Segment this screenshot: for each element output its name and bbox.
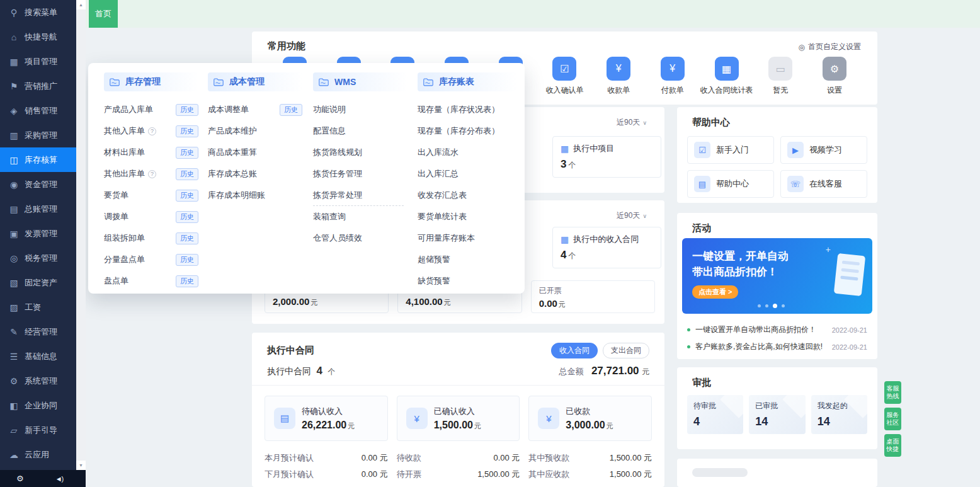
menu-item-label[interactable]: 产品成本维护	[208, 125, 257, 137]
quick-function-icon[interactable]: ▭	[768, 57, 792, 81]
menu-item[interactable]: 其他出库单? 历史	[104, 163, 198, 185]
menu-item-label[interactable]: 拣货任务管理	[313, 168, 362, 180]
help-center-item[interactable]: ☑ 新手入门	[687, 136, 774, 164]
menu-item-label[interactable]: 出入库汇总	[418, 168, 459, 180]
menu-item-label[interactable]: 分量盘点单	[104, 254, 145, 265]
menu-item-label[interactable]: 现存量（库存状况表）	[418, 104, 499, 115]
menu-item-label[interactable]: 装箱查询	[313, 211, 346, 222]
menu-item-label[interactable]: 仓管人员绩效	[313, 232, 362, 244]
menu-item[interactable]: 调拨单? 历史	[104, 206, 198, 227]
menu-item[interactable]: 出入库流水? 历史	[418, 142, 517, 163]
menu-item[interactable]: 商品成本重算? 历史	[208, 142, 302, 163]
menu-item-label[interactable]: 其他出库单	[104, 168, 145, 180]
quick-function-icon[interactable]: ▦	[715, 57, 739, 81]
menu-item-label[interactable]: 拣货路线规划	[313, 147, 362, 158]
sidebar-item[interactable]: ☰ 基础信息	[0, 344, 76, 369]
quick-function-icon[interactable]: ¥	[607, 57, 630, 81]
menu-item-label[interactable]: 拣货异常处理	[313, 190, 362, 201]
sidebar-scrollbar[interactable]: ▲ ▼	[76, 0, 86, 470]
menu-item[interactable]: 可用量库存账本? 历史	[418, 227, 517, 249]
menu-item-label[interactable]: 收发存汇总表	[418, 190, 467, 201]
sidebar-item[interactable]: ◈ 销售管理	[0, 98, 76, 123]
menu-item[interactable]: 装箱查询? 历史	[313, 206, 407, 227]
quick-function-icon[interactable]: ⚙	[823, 57, 846, 81]
carousel-dot[interactable]	[782, 304, 785, 307]
sidebar-item[interactable]: ⚲ 搜索菜单	[0, 0, 76, 25]
menu-item[interactable]: 材料出库单? 历史	[104, 142, 198, 163]
invoice-mini-card[interactable]: 已开票 0.00元	[531, 280, 655, 313]
menu-item[interactable]: 功能说明? 历史	[313, 99, 407, 120]
menu-item-label[interactable]: 组装拆卸单	[104, 232, 145, 244]
menu-item[interactable]: 要货单? 历史	[104, 185, 198, 206]
menu-item-label[interactable]: 超储预警	[418, 254, 450, 265]
menu-item[interactable]: 要货单统计表? 历史	[418, 206, 517, 227]
menu-item[interactable]: 拣货任务管理? 历史	[313, 163, 407, 185]
quick-function-icon[interactable]: ¥	[661, 57, 685, 81]
approval-stat-card[interactable]: 已审批 14	[749, 395, 805, 434]
menu-item[interactable]: 库存成本明细账? 历史	[208, 185, 302, 206]
menu-item-label[interactable]: 库存成本总账	[208, 168, 257, 180]
menu-item[interactable]: 产品成本维护? 历史	[208, 120, 302, 142]
carousel-dot[interactable]	[765, 304, 768, 307]
menu-item-label[interactable]: 材料出库单	[104, 147, 145, 158]
volume-icon[interactable]: ◄)	[55, 475, 64, 483]
help-question-icon[interactable]: ?	[148, 127, 156, 135]
menu-item-label[interactable]: 配置信息	[313, 125, 346, 137]
running-income-contracts-stat-card[interactable]: ▦ 执行中的收入合同 4个	[552, 227, 661, 268]
running-projects-stat-card[interactable]: ▦ 执行中项目 3个	[552, 136, 661, 178]
menu-item-label[interactable]: 成本调整单	[208, 104, 249, 115]
banner-cta-button[interactable]: 点击查看 >	[692, 285, 738, 299]
quick-function-item[interactable]: ⚙ 设置	[808, 57, 861, 96]
activity-news-item[interactable]: 客户账款多,资金占比高,如何快速回款! 2022-09-21	[687, 338, 867, 355]
history-tag[interactable]: 历史	[176, 168, 198, 180]
floating-button[interactable]: 服务社区	[884, 408, 901, 430]
approval-stat-card[interactable]: 待审批 4	[687, 395, 743, 434]
quick-function-item[interactable]: ☑ 收入确认单	[538, 57, 591, 96]
menu-item[interactable]: 配置信息? 历史	[313, 120, 407, 142]
menu-item-label[interactable]: 要货单	[104, 190, 128, 201]
menu-item-label[interactable]: 产成品入库单	[104, 104, 153, 115]
menu-item-label[interactable]: 现存量（库存分布表）	[418, 125, 499, 137]
menu-item-label[interactable]: 缺货预警	[418, 275, 450, 287]
sidebar-item[interactable]: ▱ 新手引导	[0, 418, 76, 442]
menu-item-label[interactable]: 盘点单	[104, 275, 128, 287]
menu-item[interactable]: 分量盘点单? 历史	[104, 249, 198, 270]
sidebar-item[interactable]: ✎ 经营管理	[0, 319, 76, 344]
sidebar-item[interactable]: ▥ 采购管理	[0, 123, 76, 147]
menu-item[interactable]: 缺货预警? 历史	[418, 270, 517, 292]
menu-item-label[interactable]: 可用量库存账本	[418, 232, 475, 244]
floating-button[interactable]: 客服热线	[884, 381, 901, 404]
menu-item-label[interactable]: 功能说明	[313, 104, 346, 115]
history-tag[interactable]: 历史	[176, 275, 198, 287]
approval-stat-card[interactable]: 我发起的 14	[811, 395, 867, 434]
menu-item[interactable]: 拣货异常处理? 历史	[313, 185, 407, 206]
sidebar-item[interactable]: ⚙ 系统管理	[0, 369, 76, 393]
promo-banner[interactable]: 一键设置，开单自动 带出商品折扣价！ 点击查看 >	[682, 238, 872, 314]
sidebar-item[interactable]: ◧ 企业协同	[0, 393, 76, 418]
quick-function-item[interactable]: ▭ 暂无	[754, 57, 807, 96]
menu-item[interactable]: 拣货路线规划? 历史	[313, 142, 407, 163]
carousel-dot-active[interactable]	[773, 304, 777, 308]
menu-item[interactable]: 超储预警? 历史	[418, 249, 517, 270]
help-center-item[interactable]: ☏ 在线客服	[780, 170, 867, 198]
carousel-dot[interactable]	[758, 304, 761, 307]
menu-item[interactable]: 组装拆卸单? 历史	[104, 227, 198, 249]
quick-function-icon[interactable]: ☑	[552, 57, 576, 81]
contract-type-pill[interactable]: 支出合同	[603, 343, 649, 358]
floating-button[interactable]: 桌面快捷	[884, 434, 901, 457]
help-question-icon[interactable]: ?	[148, 170, 156, 178]
history-tag[interactable]: 历史	[176, 190, 198, 202]
contracts-stat-card[interactable]: ¥ 已确认收入 1,500.00元	[397, 396, 520, 441]
menu-item-label[interactable]: 要货单统计表	[418, 211, 467, 222]
menu-item[interactable]: 盘点单? 历史	[104, 270, 198, 292]
sidebar-item[interactable]: ⚑ 营销推广	[0, 74, 76, 98]
history-tag[interactable]: 历史	[280, 104, 302, 116]
activity-news-item[interactable]: 一键设置开单自动带出商品折扣价！ 2022-09-21	[687, 321, 867, 338]
history-tag[interactable]: 历史	[176, 232, 198, 244]
contract-type-pill[interactable]: 收入合同	[551, 343, 598, 358]
sidebar-item[interactable]: ▤ 总账管理	[0, 197, 76, 221]
sidebar-item[interactable]: ▧ 固定资产	[0, 270, 76, 295]
menu-item[interactable]: 库存成本总账? 历史	[208, 163, 302, 185]
sidebar-item[interactable]: ▣ 发票管理	[0, 221, 76, 246]
history-tag[interactable]: 历史	[176, 104, 198, 116]
